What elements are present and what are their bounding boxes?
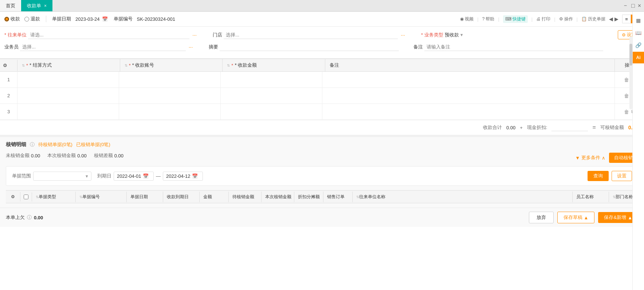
- sort-icon-num[interactable]: ⇅: [79, 195, 82, 199]
- nav-next-icon[interactable]: ▶: [614, 16, 619, 22]
- bt-sales-order-col: 销售订单: [323, 192, 353, 202]
- row-account-1[interactable]: [119, 72, 221, 87]
- calendar-to-icon[interactable]: 📅: [192, 173, 198, 179]
- tab-home[interactable]: 首页: [0, 0, 21, 11]
- sidebar-link-icon[interactable]: 🔗: [633, 39, 644, 51]
- range-select[interactable]: ▾: [33, 172, 91, 181]
- row-amount-2[interactable]: [221, 88, 322, 103]
- scrollbar-thumb[interactable]: [629, 44, 632, 66]
- date-to-input[interactable]: 2022-04-12 📅: [163, 172, 203, 181]
- bt-amount-col: 金额: [200, 192, 229, 202]
- maximize-icon[interactable]: □: [631, 3, 635, 9]
- save-draft-chevron-icon[interactable]: ▲: [584, 215, 589, 220]
- recon-settings-button[interactable]: 设置: [612, 171, 632, 181]
- print-label: 打印: [542, 16, 550, 22]
- from-unit-input[interactable]: [28, 31, 190, 39]
- help-btn[interactable]: ? 帮助: [482, 16, 495, 22]
- salesperson-label: 业务员: [4, 44, 19, 50]
- done-tab[interactable]: 已核销单据(0笔): [76, 141, 110, 148]
- close-icon[interactable]: ×: [638, 3, 641, 9]
- bt-from-unit-col: ⇅ 往来单位名称: [353, 192, 573, 202]
- sort-icon-from-unit[interactable]: ⇅: [356, 195, 359, 199]
- operation-btn[interactable]: ⚙ 操作: [559, 16, 573, 22]
- from-unit-label: * 往来单位: [4, 32, 27, 38]
- tab-close-icon[interactable]: ×: [44, 3, 47, 8]
- nav-prev-icon[interactable]: ◀: [609, 16, 613, 22]
- sort-icon-type[interactable]: ⇅: [36, 195, 39, 199]
- query-button[interactable]: 查询: [588, 171, 609, 181]
- plus-sign: +: [520, 125, 523, 130]
- sidebar-screenshot-icon[interactable]: Ai: [633, 52, 644, 63]
- date-label: 单据日期: [52, 16, 71, 22]
- row-note-2[interactable]: [322, 88, 615, 103]
- table-row: 1 🗑 ⧉: [0, 72, 644, 88]
- print-icon: 🖨: [536, 16, 541, 21]
- from-unit-more-icon[interactable]: ···: [191, 32, 198, 38]
- date-field: 单据日期 2023-03-24 📅: [52, 16, 108, 22]
- row-account-2[interactable]: [119, 88, 221, 103]
- video-btn[interactable]: ◉ 视频: [460, 16, 474, 22]
- view-list-btn[interactable]: ≡: [622, 15, 631, 23]
- bt-pending-col: 待核销金额: [229, 192, 262, 202]
- footer-info-icon[interactable]: ⓘ: [27, 214, 32, 221]
- pending-tab[interactable]: 待核销单据(0笔): [38, 141, 72, 148]
- row-note-3[interactable]: [322, 104, 615, 119]
- bt-gear-col[interactable]: ⚙: [6, 192, 20, 201]
- sidebar-table-icon[interactable]: ▦: [633, 15, 644, 26]
- shortcut-btn[interactable]: ⌨ 快捷键: [503, 15, 528, 23]
- remarks-input[interactable]: [424, 43, 603, 51]
- delete-icon-1[interactable]: 🗑: [624, 77, 629, 83]
- salesperson-input[interactable]: [20, 43, 186, 51]
- tab-receipt[interactable]: 收款单 ×: [21, 0, 52, 11]
- bottom-table-header: ⚙ ⇅ 单据类型 ⇅ 单据编号 单据日期 收款到期日 金额 待核销金额: [6, 190, 638, 203]
- delete-icon-3[interactable]: 🗑: [624, 109, 629, 115]
- recon-info-icon[interactable]: ⓘ: [30, 141, 35, 148]
- print-btn[interactable]: 🖨 打印: [536, 16, 550, 22]
- minimize-icon[interactable]: －: [623, 2, 628, 9]
- radio-refund[interactable]: 退款: [24, 16, 40, 22]
- business-type-dropdown-icon[interactable]: ▾: [460, 32, 463, 38]
- more-conditions-btn[interactable]: ▼ 更多条件 ∧: [575, 154, 605, 161]
- shortcut-icon: ⌨: [505, 16, 511, 21]
- discount-input[interactable]: [551, 124, 588, 131]
- calendar-icon[interactable]: 📅: [102, 16, 108, 22]
- radio-receipt[interactable]: 收款: [4, 16, 20, 22]
- select-all-checkbox[interactable]: [24, 195, 28, 199]
- toolbar: 收款 退款 单据日期 2023-03-24 📅 单据编号 SK-20230324…: [0, 12, 644, 27]
- bt-this-amount-col: 本次核销金额: [262, 192, 294, 202]
- save-new-chevron-icon[interactable]: ▲: [628, 215, 632, 220]
- store-more-icon[interactable]: ···: [399, 32, 407, 38]
- table-gear-col[interactable]: ⚙: [0, 60, 17, 71]
- abandon-button[interactable]: 放弃: [529, 212, 554, 223]
- sort-icon[interactable]: ⇅: [22, 63, 25, 67]
- row-settlement-1[interactable]: [17, 72, 119, 87]
- row-account-3[interactable]: [119, 104, 221, 119]
- row-amount-1[interactable]: [221, 72, 322, 87]
- sort-icon-dept[interactable]: ⇅: [613, 195, 616, 199]
- sort-icon-3[interactable]: ⇅: [227, 63, 230, 67]
- row-settlement-3[interactable]: [17, 104, 119, 119]
- ai-label: Ai: [636, 55, 641, 60]
- history-btn[interactable]: 📋 历史单据: [581, 16, 605, 22]
- salesperson-more-icon[interactable]: ···: [187, 44, 195, 50]
- history-icon: 📋: [581, 16, 587, 21]
- business-type-label: * 业务类型: [421, 32, 443, 38]
- save-draft-button[interactable]: 保存草稿 ▲: [557, 212, 595, 223]
- col-account: ⇅ ** 收款账号: [120, 59, 223, 71]
- bt-check-col[interactable]: [20, 192, 32, 201]
- row-amount-3[interactable]: [221, 104, 322, 119]
- calendar-from-icon[interactable]: 📅: [143, 173, 149, 179]
- date-from-input[interactable]: 2022-04-01 📅: [114, 172, 154, 181]
- form-row-2: 业务员 ··· 摘要 备注: [4, 43, 640, 51]
- scrollbar-track[interactable]: [629, 36, 632, 109]
- table-row: 2 🗑 ⧉: [0, 88, 644, 104]
- store-input[interactable]: [224, 31, 398, 39]
- row-note-1[interactable]: [322, 72, 615, 87]
- date-to-value: 2022-04-12: [166, 173, 191, 179]
- delete-icon-2[interactable]: 🗑: [624, 93, 629, 99]
- summary-input[interactable]: [220, 43, 398, 51]
- sidebar-book-icon[interactable]: 📖: [633, 27, 644, 39]
- stat-diff: 核销差额 0.00: [94, 152, 123, 159]
- sort-icon-2[interactable]: ⇅: [125, 63, 127, 67]
- row-settlement-2[interactable]: [17, 88, 119, 103]
